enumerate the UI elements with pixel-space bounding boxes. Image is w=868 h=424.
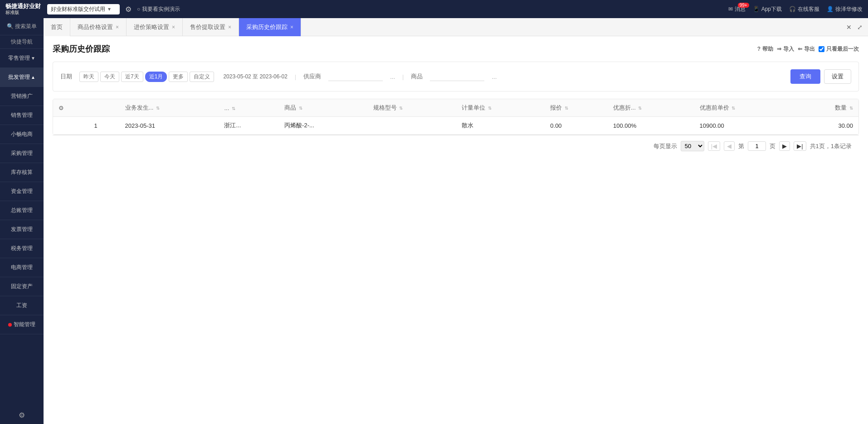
cell-spec: [368, 117, 456, 135]
topbar: 畅捷通好业财 标准版 好业财标准版交付试用 ▾ ⚙ ○ 我要看实例演示 ✉ 消息…: [0, 0, 868, 18]
tab-history-price[interactable]: 采购历史价跟踪 ×: [239, 18, 301, 36]
tab-close-sale-extract[interactable]: ×: [228, 24, 231, 30]
sidebar-item-invoice[interactable]: 发票管理: [0, 220, 44, 239]
sidebar-item-tax[interactable]: 税务管理: [0, 239, 44, 258]
tab-price[interactable]: 商品价格设置 ×: [70, 18, 127, 36]
sidebar-item-ecommerce-small[interactable]: 小畅电商: [0, 125, 44, 144]
column-header-spec[interactable]: 规格型号 ⇅: [368, 99, 456, 117]
sidebar-item-general-ledger[interactable]: 总账管理: [0, 201, 44, 220]
date-btn-yesterday[interactable]: 昨天: [79, 72, 98, 82]
app-download-button[interactable]: 📱 App下载: [753, 5, 782, 13]
sidebar-item-fixed-assets[interactable]: 固定资产: [0, 277, 44, 296]
column-header-seq: [88, 99, 119, 117]
sidebar-item-capital[interactable]: 资金管理: [0, 182, 44, 201]
filter-separator-1: |: [295, 73, 296, 80]
sidebar-item-retail[interactable]: 零售管理 ▼: [0, 49, 44, 68]
chevron-icon: ▲: [31, 75, 35, 80]
filter-settings-button[interactable]: 设置: [824, 69, 851, 84]
column-header-quote[interactable]: 报价 ⇅: [545, 99, 608, 117]
cell-more: 浙江...: [219, 117, 279, 135]
sidebar-quick-nav[interactable]: 快捷导航: [0, 35, 44, 49]
sort-icon-unit: ⇅: [488, 106, 492, 111]
sidebar-item-marketing[interactable]: 营销推广: [0, 87, 44, 106]
column-header-price-before-discount[interactable]: 优惠前单价 ⇅: [694, 99, 796, 117]
user-button[interactable]: 👤 徐泽华修改: [827, 5, 863, 13]
user-icon: 👤: [827, 6, 834, 12]
supplier-more-dots[interactable]: ...: [390, 73, 395, 80]
pagination-prev-button[interactable]: ◀: [724, 141, 735, 151]
tab-close-price[interactable]: ×: [116, 24, 119, 30]
pagination-last-button[interactable]: ▶|: [794, 141, 806, 151]
query-button[interactable]: 查询: [790, 69, 820, 84]
sidebar-item-ecommerce[interactable]: 电商管理: [0, 258, 44, 277]
column-header-product[interactable]: 商品 ⇅: [279, 99, 368, 117]
sidebar-item-purchase[interactable]: 采购管理: [0, 144, 44, 163]
sidebar-gear-icon[interactable]: ⚙: [5, 411, 39, 419]
sort-icon-quantity: ⇅: [849, 106, 853, 111]
column-header-biz-date[interactable]: 业务发生... ⇅: [120, 99, 219, 117]
date-btn-last7[interactable]: 近7天: [121, 72, 143, 82]
sidebar-item-smart[interactable]: 智能管理: [0, 315, 44, 334]
pagination-next-button[interactable]: ▶: [779, 141, 790, 151]
product-input[interactable]: [430, 72, 484, 81]
version-selector[interactable]: 好业财标准版交付试用 ▾: [47, 4, 120, 14]
tab-purchase-strategy[interactable]: 进价策略设置 ×: [127, 18, 183, 36]
help-button[interactable]: ? 帮助: [757, 45, 773, 53]
tab-sale-extract[interactable]: 售价提取设置 ×: [183, 18, 239, 36]
date-range-display: 2023-05-02 至 2023-06-02: [223, 73, 287, 81]
column-header-more[interactable]: ... ⇅: [219, 99, 279, 117]
sort-icon-more: ⇅: [232, 106, 235, 111]
tab-home[interactable]: 首页: [44, 18, 70, 36]
only-last-checkbox[interactable]: 只看最后一次: [819, 45, 859, 53]
sort-icon-biz-date: ⇅: [156, 106, 160, 111]
only-last-input[interactable]: [819, 46, 824, 52]
sidebar-item-wholesale[interactable]: 批发管理 ▲: [0, 68, 44, 87]
cell-seq: 1: [88, 117, 119, 135]
sidebar-item-inventory[interactable]: 库存核算: [0, 163, 44, 182]
sort-icon-price-before-discount: ⇅: [731, 106, 735, 111]
cell-unit: 散水: [456, 117, 545, 135]
date-btn-last1month[interactable]: 近1月: [145, 72, 167, 82]
column-header-discount[interactable]: 优惠折... ⇅: [608, 99, 694, 117]
cell-discount: 100.00%: [608, 117, 694, 135]
table-row: 1 2023-05-31 浙江... 丙烯酸-2-... 散水 0.00 100…: [53, 117, 858, 135]
sort-icon-quote: ⇅: [565, 106, 568, 111]
online-service-button[interactable]: 🎧 在线客服: [789, 5, 819, 13]
page-content: 采购历史价跟踪 ? 帮助 ⇒ 导入 ⇐ 导出: [44, 36, 868, 424]
filter-row: 日期 昨天 今天 近7天 近1月 更多 自定义 2023-05-02 至 202…: [60, 69, 851, 84]
chevron-down-icon: ▾: [108, 6, 111, 12]
data-table: ⚙ 业务发生... ⇅ ... ⇅ 商品: [53, 99, 858, 135]
chevron-icon: ▼: [31, 56, 35, 61]
cell-gear: [53, 117, 88, 135]
sidebar-item-salary[interactable]: 工资: [0, 296, 44, 315]
pagination-page-input[interactable]: [748, 141, 766, 151]
per-page-select[interactable]: 50 20 100 200: [681, 141, 704, 151]
headphone-icon: 🎧: [789, 6, 796, 12]
column-header-quantity[interactable]: 数量 ⇅: [795, 99, 858, 117]
sidebar-item-sales[interactable]: 销售管理: [0, 106, 44, 125]
messages-button[interactable]: ✉ 消息 99+: [728, 5, 746, 13]
settings-icon[interactable]: ⚙: [125, 5, 132, 14]
sidebar: 🔍 搜索菜单 快捷导航 零售管理 ▼ 批发管理 ▲ 营销推广 销售管理 小畅电商…: [0, 18, 44, 424]
column-header-gear[interactable]: ⚙: [53, 99, 88, 117]
filter-separator-2: |: [402, 73, 404, 80]
export-button[interactable]: ⇐ 导出: [798, 45, 815, 53]
tab-close-purchase-strategy[interactable]: ×: [172, 24, 175, 30]
sidebar-search[interactable]: 🔍 搜索菜单: [0, 18, 44, 35]
tab-close-all-icon[interactable]: ✕: [844, 22, 853, 33]
date-btn-more[interactable]: 更多: [169, 72, 188, 82]
date-btn-today[interactable]: 今天: [100, 72, 119, 82]
column-header-unit[interactable]: 计量单位 ⇅: [456, 99, 545, 117]
page-unit-label: 页: [770, 142, 775, 150]
supplier-input[interactable]: [328, 72, 383, 81]
tab-maximize-icon[interactable]: ⤢: [855, 22, 864, 33]
demo-button[interactable]: ○ 我要看实例演示: [137, 5, 180, 13]
import-button[interactable]: ⇒ 导入: [777, 45, 794, 53]
cell-price-before-discount: 10900.00: [694, 117, 796, 135]
pagination-first-button[interactable]: |◀: [708, 141, 720, 151]
date-btn-custom[interactable]: 自定义: [190, 72, 214, 82]
tab-close-history-price[interactable]: ×: [290, 24, 293, 30]
download-icon: 📱: [753, 6, 760, 12]
product-more-dots[interactable]: ...: [492, 73, 497, 80]
pagination: 每页显示 50 20 100 200 |◀ ◀ 第 页 ▶ ▶| 共1页，1条记…: [53, 135, 859, 157]
